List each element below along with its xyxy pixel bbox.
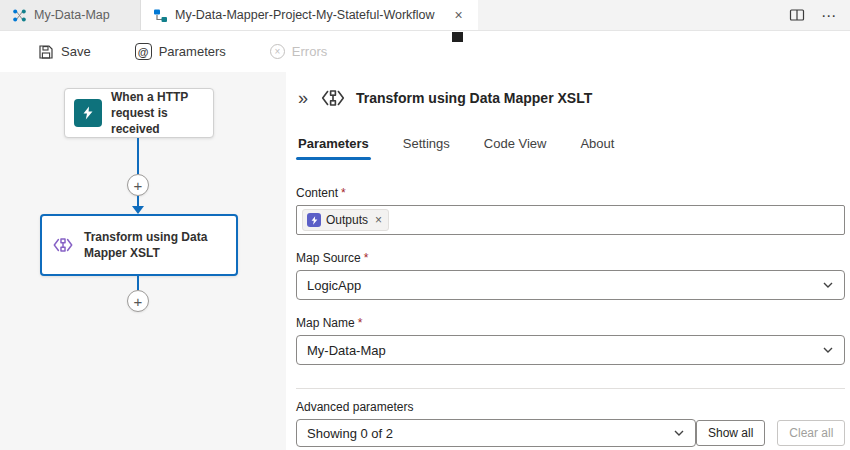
panel-tabs: Parameters Settings Code View About: [296, 136, 845, 160]
required-mark: *: [341, 186, 346, 200]
action-card-label: Transform using Data Mapper XSLT: [84, 229, 226, 261]
editor-tab-bar: My-Data-Map My-Data-Mapper-Project-My-St…: [0, 0, 850, 31]
operation-details-panel: » Transform using Data Mapper XSLT: [286, 72, 850, 450]
map-name-label: Map Name*: [296, 316, 845, 330]
remove-token-icon[interactable]: ×: [375, 214, 382, 226]
content-input[interactable]: Outputs ×: [296, 205, 845, 235]
token-label: Outputs: [326, 213, 368, 227]
map-name-value: My-Data-Map: [307, 343, 386, 358]
clear-all-button[interactable]: Clear all: [777, 420, 845, 446]
save-button[interactable]: Save: [38, 44, 91, 60]
action-card-selected[interactable]: Transform using Data Mapper XSLT: [40, 214, 238, 276]
tab-label: My-Data-Map: [34, 8, 110, 22]
chevron-down-icon: [673, 427, 685, 439]
save-icon: [38, 44, 54, 60]
advanced-parameters-value: Showing 0 of 2: [307, 426, 393, 441]
designer-toolbar: Save @ Parameters × Errors: [0, 31, 850, 72]
show-all-button[interactable]: Show all: [696, 420, 765, 446]
advanced-parameters-label: Advanced parameters: [296, 400, 845, 414]
dynamic-content-icon: [307, 213, 321, 227]
tab-code-view[interactable]: Code View: [482, 136, 549, 160]
panel-header: » Transform using Data Mapper XSLT: [296, 84, 845, 112]
trigger-card[interactable]: When a HTTP request is received: [64, 88, 214, 138]
chevron-down-icon: [822, 279, 834, 291]
trigger-card-label: When a HTTP request is received: [111, 89, 203, 138]
connector-line: [137, 138, 139, 174]
tab-settings[interactable]: Settings: [401, 136, 452, 160]
tab-bar-actions: ⋯: [789, 0, 850, 30]
workflow-file-icon: [153, 8, 168, 23]
map-source-value: LogicApp: [307, 278, 361, 293]
panel-title: Transform using Data Mapper XSLT: [356, 90, 592, 106]
connector-arrowhead: [132, 206, 144, 214]
errors-icon: ×: [270, 44, 285, 59]
split-editor-icon[interactable]: [789, 7, 805, 23]
errors-button[interactable]: × Errors: [270, 44, 327, 59]
parameters-icon: @: [135, 43, 152, 60]
collapse-panel-icon[interactable]: »: [296, 89, 310, 107]
data-mapper-icon: [51, 233, 75, 257]
required-mark: *: [364, 251, 369, 265]
save-label: Save: [61, 44, 91, 59]
workflow-canvas: When a HTTP request is received + Transf…: [0, 72, 286, 450]
tab-about[interactable]: About: [578, 136, 616, 160]
map-source-dropdown[interactable]: LogicApp: [296, 270, 845, 300]
tab-my-data-map[interactable]: My-Data-Map: [0, 0, 141, 30]
required-mark: *: [358, 316, 363, 330]
outputs-token-chip[interactable]: Outputs ×: [302, 209, 389, 231]
add-action-button[interactable]: +: [127, 174, 149, 196]
map-name-dropdown[interactable]: My-Data-Map: [296, 335, 845, 365]
tab-label: My-Data-Mapper-Project-My-Stateful-Workf…: [175, 8, 435, 22]
map-source-label: Map Source*: [296, 251, 845, 265]
chevron-down-icon: [822, 344, 834, 356]
parameters-button[interactable]: @ Parameters: [135, 43, 226, 60]
advanced-parameters-dropdown[interactable]: Showing 0 of 2: [296, 419, 696, 447]
data-map-file-icon: [12, 8, 27, 23]
tab-workflow[interactable]: My-Data-Mapper-Project-My-Stateful-Workf…: [141, 0, 478, 30]
add-action-button-2[interactable]: +: [127, 290, 149, 312]
content-label: Content*: [296, 186, 845, 200]
http-request-icon: [74, 99, 102, 127]
tab-parameters[interactable]: Parameters: [296, 136, 371, 160]
data-mapper-operation-icon: [320, 85, 346, 111]
advanced-parameters-row: Showing 0 of 2 Show all Clear all: [296, 419, 845, 447]
more-actions-icon[interactable]: ⋯: [821, 8, 836, 23]
parameters-label: Parameters: [159, 44, 226, 59]
close-tab-icon[interactable]: ×: [452, 7, 466, 23]
errors-label: Errors: [292, 44, 327, 59]
section-divider: [296, 388, 845, 389]
connector-line: [137, 276, 139, 290]
dark-square-artifact: [452, 32, 463, 42]
